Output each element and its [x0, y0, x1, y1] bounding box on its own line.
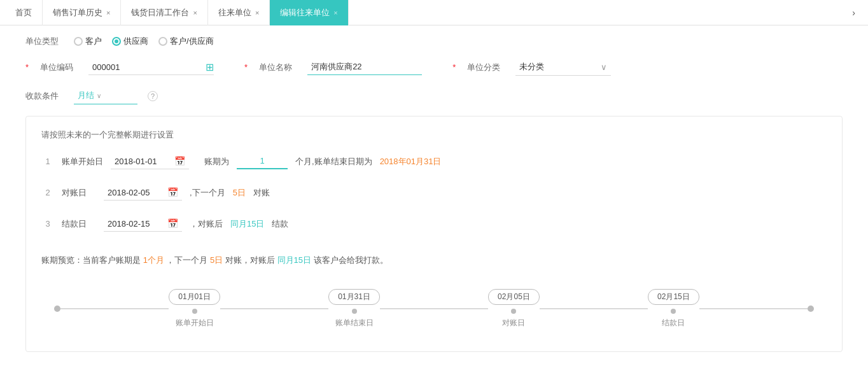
required-star-name: * — [244, 62, 248, 72]
radio-circle-both — [158, 37, 167, 46]
node-dot-1 — [192, 309, 197, 314]
preview-row: 账期预览：当前客户账期是 1个月 ，下一个月 5日 对账，对账后 同月15日 该… — [41, 247, 827, 279]
date-input-3: 📅 — [104, 216, 182, 232]
calendar-icon-3[interactable]: 📅 — [167, 218, 178, 229]
node-badge-2: 01月31日 — [328, 289, 380, 305]
row-num-1: 1 — [41, 157, 54, 166]
unit-name-input[interactable] — [307, 60, 422, 75]
node-badge-1: 01月01日 — [169, 289, 220, 305]
unit-info-row: * 单位编码 ⊞ * 单位名称 * 单位分类 未分类 ∨ — [25, 59, 843, 76]
payment-terms-select[interactable]: 月结 ∨ — [74, 87, 137, 104]
setting-row-2: 2 对账日 📅 ,下一个月 5日 对账 — [41, 185, 827, 201]
tab-close-edit-partner[interactable]: × — [333, 9, 337, 17]
unit-type-label: 单位类型 — [25, 36, 64, 47]
setting-row-1: 1 账单开始日 📅 账期为 个月,账单结束日期为 2018年01月31日 — [41, 153, 827, 169]
row-num-3: 3 — [41, 219, 54, 229]
unit-code-input-wrap: ⊞ — [88, 60, 214, 75]
period-value-input[interactable] — [237, 153, 288, 169]
preview-label: 账期预览：当前客户账期是 — [41, 255, 141, 265]
row-type-1: 账单开始日 — [62, 156, 103, 167]
preview-end-text: 该客户会给我打款。 — [314, 255, 388, 265]
panel-description: 请按照未来的一个完整帐期进行设置 — [41, 129, 827, 141]
period-suffix: 个月,账单结束日期为 — [295, 156, 372, 167]
calendar-icon-2[interactable]: 📅 — [167, 187, 178, 197]
required-star-category: * — [452, 62, 456, 72]
main-content: 单位类型 客户 供应商 客户/供应商 * 单位编码 ⊞ * 单位名称 * — [0, 25, 868, 387]
unit-category-label: 单位分类 — [467, 62, 505, 73]
payment-terms-label: 收款条件 — [25, 90, 64, 102]
copy-icon[interactable]: ⊞ — [206, 61, 214, 73]
node-dot-2 — [352, 309, 357, 314]
row3-suffix1: ，对账后 — [190, 218, 223, 230]
node-label-4: 结款日 — [662, 318, 685, 328]
row2-suffix1: ,下一个月 — [190, 187, 225, 199]
payment-terms-chevron-icon: ∨ — [97, 92, 101, 99]
node-dot-3 — [511, 309, 516, 314]
unit-name-label: 单位名称 — [259, 62, 297, 73]
date-field-1[interactable] — [115, 157, 172, 166]
row-num-2: 2 — [41, 188, 54, 197]
preview-reconcile-highlight: 5日 — [210, 255, 223, 265]
radio-both[interactable]: 客户/供应商 — [158, 36, 214, 47]
setting-row-3: 3 结款日 📅 ，对账后 同月15日 结款 — [41, 216, 827, 232]
timeline-line-5 — [699, 308, 808, 309]
node-label-3: 对账日 — [502, 318, 525, 328]
settings-panel: 请按照未来的一个完整帐期进行设置 1 账单开始日 📅 账期为 个月,账单结束日期… — [25, 116, 843, 352]
radio-supplier[interactable]: 供应商 — [112, 36, 148, 47]
row2-suffix2: 对账 — [253, 187, 270, 199]
preview-period-highlight: 1个月 — [143, 255, 164, 265]
tab-sales-order-history[interactable]: 销售订单历史 × — [43, 0, 121, 25]
row-type-3: 结款日 — [62, 218, 96, 230]
tab-close-partner-unit[interactable]: × — [255, 9, 259, 17]
timeline-start-dot — [54, 306, 60, 312]
unit-code-label: 单位编码 — [40, 62, 78, 73]
timeline: 01月01日 账单开始日 01月31日 账单结束日 02月05日 — [41, 279, 827, 339]
unit-code-input[interactable] — [88, 60, 203, 74]
node-badge-4: 02月15日 — [648, 289, 699, 305]
date-input-1: 📅 — [111, 153, 189, 169]
node-label-2: 账单结束日 — [335, 318, 374, 328]
radio-circle-customer — [74, 37, 83, 46]
radio-customer[interactable]: 客户 — [74, 36, 102, 47]
date-field-3[interactable] — [108, 219, 165, 229]
row3-suffix3: 结款 — [272, 218, 288, 230]
preview-payment-highlight: 同月15日 — [277, 255, 311, 265]
payment-terms-value: 月结 — [78, 90, 94, 101]
tab-more-button[interactable]: › — [844, 8, 863, 18]
help-icon[interactable]: ? — [148, 91, 158, 101]
period-end-date: 2018年01月31日 — [380, 156, 442, 167]
node-label-1: 账单开始日 — [176, 318, 214, 328]
period-prefix: 账期为 — [204, 156, 229, 167]
date-field-2[interactable] — [108, 188, 165, 197]
timeline-line-1 — [60, 308, 169, 309]
row2-highlight1: 5日 — [233, 187, 246, 199]
unit-type-row: 单位类型 客户 供应商 客户/供应商 — [25, 36, 843, 47]
tab-close-cash-work[interactable]: × — [193, 9, 197, 17]
tab-edit-partner[interactable]: 编辑往来单位 × — [270, 0, 348, 25]
row3-highlight2: 同月15日 — [230, 218, 264, 230]
unit-category-select[interactable]: 未分类 ∨ — [515, 59, 611, 76]
row-type-2: 对账日 — [62, 187, 96, 199]
tab-home[interactable]: 首页 — [5, 0, 43, 25]
tab-cash-work[interactable]: 钱货日清工作台 × — [121, 0, 207, 25]
preview-reconcile-suffix: 对账，对账后 — [225, 255, 275, 265]
timeline-end-dot — [808, 306, 814, 312]
preview-middle: ，下一个月 — [166, 255, 207, 265]
node-dot-4 — [671, 309, 676, 314]
node-badge-3: 02月05日 — [488, 289, 540, 305]
timeline-node-4: 02月15日 结款日 — [648, 289, 699, 328]
calendar-icon-1[interactable]: 📅 — [174, 156, 185, 166]
timeline-line-3 — [380, 308, 488, 309]
payment-terms-row: 收款条件 月结 ∨ ? — [25, 87, 843, 104]
tabs-bar: 首页 销售订单历史 × 钱货日清工作台 × 往来单位 × 编辑往来单位 × › — [0, 0, 868, 25]
tab-partner-unit[interactable]: 往来单位 × — [208, 0, 270, 25]
tab-close-sales-order[interactable]: × — [106, 9, 110, 17]
timeline-node-1: 01月01日 账单开始日 — [169, 289, 220, 328]
required-star-code: * — [25, 62, 29, 72]
radio-circle-supplier — [112, 37, 121, 46]
timeline-line-2 — [220, 308, 328, 309]
timeline-line-4 — [540, 308, 648, 309]
unit-category-value: 未分类 — [519, 61, 544, 73]
category-chevron-icon: ∨ — [601, 62, 607, 72]
timeline-node-2: 01月31日 账单结束日 — [328, 289, 380, 328]
